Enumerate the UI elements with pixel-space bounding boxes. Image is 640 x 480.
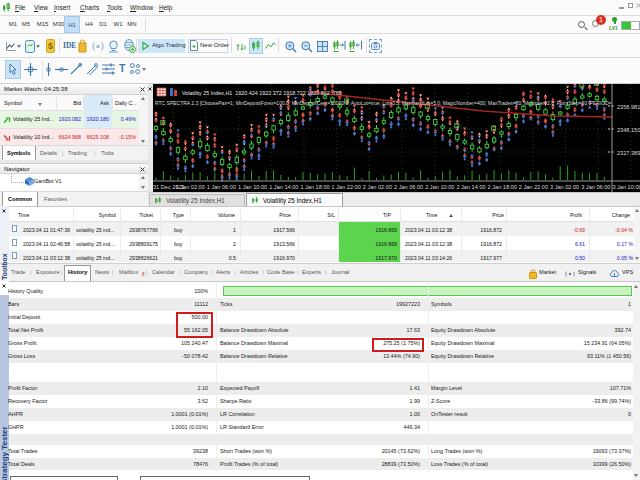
svg-text:1 Jan 06:00: 1 Jan 06:00 [207, 184, 236, 190]
svg-text:3 Jan 06:00: 3 Jan 06:00 [581, 184, 610, 190]
svg-text:2358.981: 2358.981 [617, 104, 640, 110]
svg-text:2 Jan 18:00: 2 Jan 18:00 [488, 184, 517, 190]
svg-text:Volatility 25 Index,H1 1920.4: Volatility 25 Index,H1 1920.424 1922.372… [182, 90, 342, 96]
svg-text:1 Jan 22:00: 1 Jan 22:00 [332, 184, 361, 190]
svg-text:1 Jan 14:00: 1 Jan 14:00 [269, 184, 298, 190]
svg-text:2348.150: 2348.150 [617, 127, 640, 133]
svg-text:RTC SPECTRA 2.3 [ChoosePair=1;: RTC SPECTRA 2.3 [ChoosePair=1; MinDeposi… [155, 100, 640, 106]
svg-text:2 Jan 14:00: 2 Jan 14:00 [456, 184, 485, 190]
svg-text:1 Jan 02:00: 1 Jan 02:00 [176, 184, 205, 190]
svg-text:1 Jan 10:00: 1 Jan 10:00 [238, 184, 267, 190]
svg-text:2 Jan 22:00: 2 Jan 22:00 [519, 184, 548, 190]
svg-text:2327.389: 2327.389 [617, 150, 640, 156]
svg-text:3 Jan 02:00: 3 Jan 02:00 [550, 184, 579, 190]
svg-text:Toolbox: Toolbox [1, 253, 8, 280]
svg-text:1 Jan 18:00: 1 Jan 18:00 [300, 184, 329, 190]
svg-text:3 Jan 10:00: 3 Jan 10:00 [612, 184, 640, 190]
svg-text:2 Jan 06:00: 2 Jan 06:00 [394, 184, 423, 190]
svg-text:2 Jan 02:00: 2 Jan 02:00 [363, 184, 392, 190]
svg-text:2 Jan 10:00: 2 Jan 10:00 [425, 184, 454, 190]
svg-text:LV1: LV1 [609, 25, 618, 31]
